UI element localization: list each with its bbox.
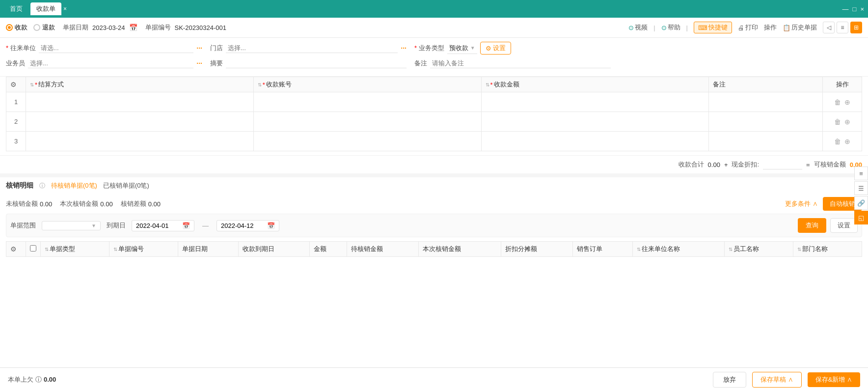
radio-receipt[interactable]: 收款 — [6, 23, 27, 32]
calendar-to-icon[interactable]: 📅 — [267, 222, 275, 229]
summary-label: 摘要 — [210, 59, 223, 68]
bth-due-date: 收款到期日 — [238, 242, 309, 257]
float-btn-3[interactable]: 🔗 — [854, 196, 868, 210]
doc-header-actions: ⊙ 视频 | ⊙ 帮助 | ⌨ 快捷键 🖨 打印 操作 📋 历史单据 — [628, 22, 862, 33]
discount-input[interactable] — [763, 160, 802, 169]
row-3-amount[interactable] — [481, 132, 709, 151]
window-maximize[interactable]: □ — [853, 5, 857, 13]
diff-label: 核销差额 — [121, 199, 146, 208]
doc-num-field: 单据编号 SK-20230324-001 — [145, 23, 227, 32]
date-value: 2023-03-24 — [92, 24, 125, 31]
table-footer: 收款合计 0.00 + 现金折扣: = 可核销金额 0.00 — [0, 155, 868, 173]
table-gear-btn[interactable]: ⚙ — [10, 81, 17, 88]
th-settings: ⚙ — [6, 77, 26, 92]
diff-stat: 核销差额 0.00 — [121, 199, 161, 208]
nav-tab-close[interactable]: × — [63, 5, 67, 12]
shortcut-btn[interactable]: ⌨ 快捷键 — [694, 22, 732, 33]
calendar-icon[interactable]: 📅 — [129, 24, 137, 31]
current-value: 0.00 — [100, 200, 112, 208]
radio-refund[interactable]: 退款 — [33, 23, 55, 32]
diff-value: 0.00 — [148, 200, 161, 208]
row-2-copy-btn[interactable]: ⊕ — [843, 117, 851, 127]
operation-btn[interactable]: 操作 — [764, 23, 777, 32]
row-1-remark[interactable] — [709, 92, 823, 112]
row-2-account[interactable] — [253, 112, 481, 132]
row-3-account[interactable] — [253, 132, 481, 151]
window-close[interactable]: × — [860, 5, 864, 13]
remark-input[interactable] — [430, 58, 611, 68]
list-icon[interactable]: ≡ — [837, 22, 848, 33]
float-btn-4[interactable]: ◱ — [854, 211, 868, 224]
nav-tab-home[interactable]: 首页 — [4, 2, 28, 15]
row-3-actions: 🗑 ⊕ — [823, 132, 862, 151]
store-more-btn[interactable]: ··· — [401, 44, 407, 52]
row-2-payment-method[interactable] — [26, 112, 254, 132]
row-num-3: 3 — [6, 132, 26, 151]
date-to-input[interactable] — [221, 222, 265, 229]
float-btn-1[interactable]: ≡ — [854, 167, 868, 180]
th-remark: 备注 — [709, 77, 823, 92]
save-draft-btn[interactable]: 保存草稿 ∧ — [752, 372, 802, 388]
row-3-payment-method[interactable] — [26, 132, 254, 151]
th-amount: ⇅ * 收款金额 — [481, 77, 709, 92]
abandon-btn[interactable]: 放弃 — [713, 372, 746, 388]
verify-info-icon[interactable]: ⓘ — [39, 182, 45, 190]
table-row: 1 🗑 ⊕ — [6, 92, 862, 112]
row-2-remark[interactable] — [709, 112, 823, 132]
row-2-delete-btn[interactable]: 🗑 — [833, 117, 842, 127]
save-new-btn[interactable]: 保存&新增 ∧ — [808, 372, 860, 387]
th-payment-method: ⇅ * 结算方式 — [26, 77, 254, 92]
row-1-copy-btn[interactable]: ⊕ — [843, 97, 851, 107]
summary-input[interactable] — [226, 58, 407, 68]
completed-tab[interactable]: 已核销单据(0笔) — [103, 181, 149, 190]
video-btn[interactable]: ⊙ 视频 — [628, 23, 648, 32]
help-btn[interactable]: ⊙ 帮助 — [661, 23, 680, 32]
grid-icon[interactable]: ⊞ — [850, 22, 862, 33]
bottom-table-gear-btn[interactable]: ⚙ — [10, 245, 17, 253]
float-btn-2[interactable]: ☰ — [854, 181, 868, 195]
verify-title: 核销明细 — [6, 181, 33, 190]
plus-sign: + — [724, 161, 728, 168]
counterpart-field: * 往来单位 ··· — [6, 43, 202, 53]
owe-info-icon[interactable]: ⓘ — [35, 375, 42, 384]
row-3-copy-btn[interactable]: ⊕ — [843, 137, 851, 146]
counterpart-input[interactable] — [39, 43, 194, 53]
filter-settings-btn[interactable]: 设置 — [830, 218, 858, 233]
store-input[interactable] — [226, 43, 398, 53]
row-3-remark[interactable] — [709, 132, 823, 151]
business-type-select[interactable]: 预收款 ▼ — [447, 43, 477, 54]
settings-btn[interactable]: ⚙ 设置 — [480, 42, 511, 55]
bth-department: ⇅部门名称 — [793, 242, 862, 257]
select-all-checkbox[interactable] — [30, 245, 36, 251]
current-stat: 本次核销金额 0.00 — [60, 199, 112, 208]
counterpart-more-btn[interactable]: ··· — [196, 44, 202, 52]
salesperson-more-btn[interactable]: ··· — [196, 59, 202, 67]
history-btn[interactable]: 📋 历史单据 — [783, 23, 817, 32]
query-btn[interactable]: 查询 — [798, 218, 826, 233]
layout-icon[interactable]: ◁ — [823, 22, 835, 33]
pending-tab[interactable]: 待核销单据(0笔) — [51, 181, 97, 190]
salesperson-input[interactable] — [28, 58, 193, 68]
calendar-from-icon[interactable]: 📅 — [182, 222, 190, 229]
row-1-account[interactable] — [253, 92, 481, 112]
total-label: 收款合计 — [678, 160, 704, 169]
row-1-delete-btn[interactable]: 🗑 — [833, 97, 842, 107]
row-1-payment-method[interactable] — [26, 92, 254, 112]
more-conditions-btn[interactable]: 更多条件 ∧ — [785, 199, 818, 208]
range-select[interactable]: ▼ — [42, 221, 101, 230]
nav-tab-receipt[interactable]: 收款单 — [30, 2, 61, 15]
window-minimize[interactable]: — — [842, 5, 849, 13]
doc-header: 收款 退款 单据日期 2023-03-24 📅 单据编号 SK-20230324… — [0, 18, 868, 38]
print-btn[interactable]: 🖨 打印 — [738, 23, 758, 32]
date-from-field: 📅 — [132, 220, 194, 231]
counterpart-label: * 往来单位 — [6, 44, 36, 53]
row-num-1: 1 — [6, 92, 26, 112]
row-3-delete-btn[interactable]: 🗑 — [833, 137, 842, 146]
bth-settings: ⚙ — [6, 242, 26, 257]
verify-header: 核销明细 ⓘ 待核销单据(0笔) 已核销单据(0笔) — [6, 181, 862, 190]
row-2-amount[interactable] — [481, 112, 709, 132]
date-from-input[interactable] — [136, 222, 180, 229]
row-1-amount[interactable] — [481, 92, 709, 112]
business-type-field: * 业务类型 预收款 ▼ ⚙ 设置 — [414, 42, 586, 55]
owe-value: 0.00 — [44, 376, 56, 383]
